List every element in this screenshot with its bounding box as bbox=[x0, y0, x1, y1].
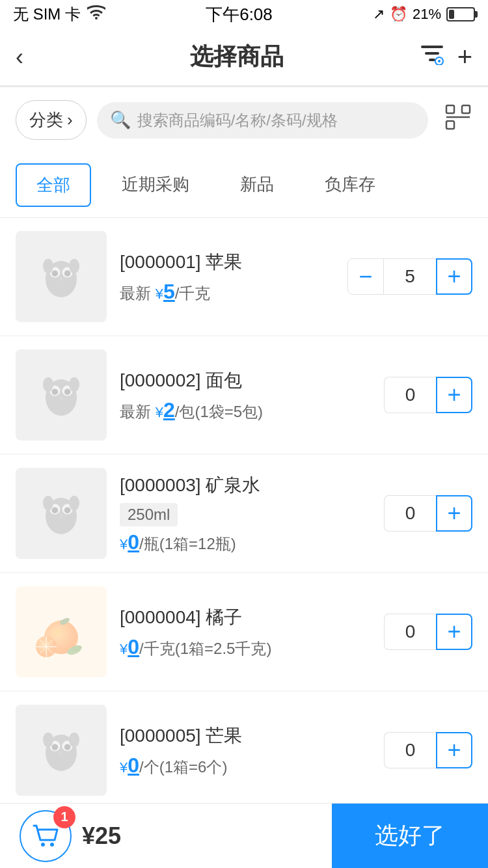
product-image-1 bbox=[16, 231, 107, 322]
product-price-3: ¥0/瓶(1箱=12瓶) bbox=[120, 530, 371, 554]
cart-section: 1 ¥25 bbox=[0, 810, 332, 862]
increase-button-3[interactable]: + bbox=[436, 495, 472, 532]
svg-rect-6 bbox=[446, 105, 454, 113]
quantity-input-1[interactable] bbox=[384, 258, 436, 295]
increase-button-5[interactable]: + bbox=[436, 732, 472, 768]
product-controls-4: + bbox=[384, 614, 472, 650]
product-controls-2: + bbox=[384, 377, 472, 413]
svg-rect-0 bbox=[421, 46, 443, 48]
cart-total: ¥25 bbox=[82, 822, 121, 850]
product-image-3 bbox=[16, 468, 107, 559]
quantity-input-3[interactable] bbox=[384, 495, 436, 532]
product-controls-1: − + bbox=[347, 258, 472, 295]
svg-point-29 bbox=[52, 507, 59, 513]
scan-icon[interactable] bbox=[444, 103, 472, 137]
tab-all[interactable]: 全部 bbox=[16, 163, 91, 207]
svg-point-25 bbox=[69, 377, 79, 392]
svg-rect-2 bbox=[429, 59, 435, 61]
product-image-2 bbox=[16, 349, 107, 441]
product-spec-3: 250ml bbox=[120, 503, 178, 526]
battery-label: 21% bbox=[413, 6, 441, 23]
svg-point-48 bbox=[64, 744, 71, 750]
svg-point-13 bbox=[52, 270, 59, 277]
location-icon: ↗ bbox=[373, 6, 385, 23]
svg-point-33 bbox=[69, 496, 79, 510]
svg-point-24 bbox=[43, 377, 53, 392]
status-bar: 无 SIM 卡 下午6:08 ↗ ⏰ 21% bbox=[0, 0, 488, 29]
product-item-3: [0000003] 矿泉水 250ml ¥0/瓶(1箱=12瓶) + bbox=[0, 455, 488, 572]
confirm-button[interactable]: 选好了 bbox=[332, 804, 488, 869]
cart-icon-wrap[interactable]: 1 bbox=[20, 810, 72, 862]
product-name-3: [0000003] 矿泉水 bbox=[120, 473, 371, 498]
product-info-3: [0000003] 矿泉水 250ml ¥0/瓶(1箱=12瓶) bbox=[120, 473, 371, 554]
add-icon[interactable]: + bbox=[457, 42, 472, 72]
product-name-5: [0000005] 芒果 bbox=[120, 724, 371, 748]
product-info-4: [0000004] 橘子 ¥0/千克(1箱=2.5千克) bbox=[120, 605, 371, 659]
increase-button-2[interactable]: + bbox=[436, 377, 472, 413]
product-image-4 bbox=[16, 586, 107, 677]
increase-button-1[interactable]: + bbox=[436, 258, 472, 295]
product-info-5: [0000005] 芒果 ¥0/个(1箱=6个) bbox=[120, 724, 371, 778]
category-button[interactable]: 分类 › bbox=[16, 100, 87, 140]
chevron-right-icon: › bbox=[67, 110, 73, 130]
tab-bar: 全部 近期采购 新品 负库存 bbox=[0, 153, 488, 218]
svg-point-37 bbox=[51, 628, 62, 635]
product-price-4: ¥0/千克(1箱=2.5千克) bbox=[120, 635, 371, 659]
product-image-5 bbox=[16, 705, 107, 796]
svg-point-50 bbox=[43, 733, 53, 747]
quantity-input-2[interactable] bbox=[384, 377, 436, 413]
status-left: 无 SIM 卡 bbox=[13, 4, 105, 25]
quantity-input-5[interactable] bbox=[384, 732, 436, 768]
search-placeholder: 搜索商品编码/名称/条码/规格 bbox=[137, 110, 338, 131]
product-controls-3: + bbox=[384, 495, 472, 532]
cart-badge: 1 bbox=[53, 806, 75, 828]
svg-rect-8 bbox=[462, 105, 470, 113]
svg-point-69 bbox=[50, 843, 54, 847]
svg-point-22 bbox=[64, 388, 71, 395]
tab-negative[interactable]: 负库存 bbox=[305, 163, 396, 207]
quantity-input-4[interactable] bbox=[384, 614, 436, 650]
increase-button-4[interactable]: + bbox=[436, 614, 472, 650]
svg-point-21 bbox=[52, 388, 59, 395]
filter-icon[interactable] bbox=[420, 43, 444, 71]
status-time: 下午6:08 bbox=[206, 3, 273, 26]
back-button[interactable]: ‹ bbox=[16, 44, 55, 71]
product-name-2: [0000002] 面包 bbox=[120, 368, 371, 393]
svg-point-30 bbox=[64, 507, 71, 513]
nav-bar: ‹ 选择商品 + bbox=[0, 29, 488, 86]
svg-point-68 bbox=[41, 843, 45, 847]
svg-rect-1 bbox=[425, 52, 439, 55]
alarm-icon: ⏰ bbox=[390, 6, 407, 23]
svg-point-51 bbox=[69, 733, 79, 747]
product-name-1: [0000001] 苹果 bbox=[120, 250, 334, 275]
product-info-2: [0000002] 面包 最新 ¥2/包(1袋=5包) bbox=[120, 368, 371, 422]
product-item-1: [0000001] 苹果 最新 ¥5/千克 − + bbox=[0, 218, 488, 335]
product-price-5: ¥0/个(1箱=6个) bbox=[120, 753, 371, 778]
nav-right-actions: + bbox=[420, 42, 472, 72]
bottom-bar: 1 ¥25 选好了 bbox=[0, 803, 488, 868]
status-right: ↗ ⏰ 21% bbox=[373, 6, 475, 23]
tab-new[interactable]: 新品 bbox=[220, 163, 294, 207]
svg-point-16 bbox=[43, 259, 53, 273]
category-label: 分类 bbox=[29, 109, 63, 131]
product-list: [0000001] 苹果 最新 ¥5/千克 − + [ bbox=[0, 218, 488, 868]
product-item-2: [0000002] 面包 最新 ¥2/包(1袋=5包) + bbox=[0, 336, 488, 454]
product-controls-5: + bbox=[384, 732, 472, 768]
search-bar[interactable]: 🔍 搜索商品编码/名称/条码/规格 bbox=[97, 102, 428, 139]
wifi-icon bbox=[87, 5, 105, 23]
product-price-2: 最新 ¥2/包(1袋=5包) bbox=[120, 398, 371, 422]
page-title: 选择商品 bbox=[190, 41, 284, 73]
filter-bar: 分类 › 🔍 搜索商品编码/名称/条码/规格 bbox=[0, 87, 488, 153]
battery-icon bbox=[446, 7, 475, 21]
svg-point-17 bbox=[69, 259, 79, 273]
product-name-4: [0000004] 橘子 bbox=[120, 605, 371, 630]
product-item-5: [0000005] 芒果 ¥0/个(1箱=6个) + bbox=[0, 692, 488, 809]
search-icon: 🔍 bbox=[110, 110, 131, 130]
carrier-label: 无 SIM 卡 bbox=[13, 4, 81, 25]
decrease-button-1[interactable]: − bbox=[347, 258, 384, 295]
tab-recent[interactable]: 近期采购 bbox=[102, 163, 210, 207]
product-info-1: [0000001] 苹果 最新 ¥5/千克 bbox=[120, 250, 334, 304]
svg-point-32 bbox=[43, 496, 53, 510]
svg-point-14 bbox=[64, 270, 71, 277]
svg-point-47 bbox=[52, 744, 59, 750]
